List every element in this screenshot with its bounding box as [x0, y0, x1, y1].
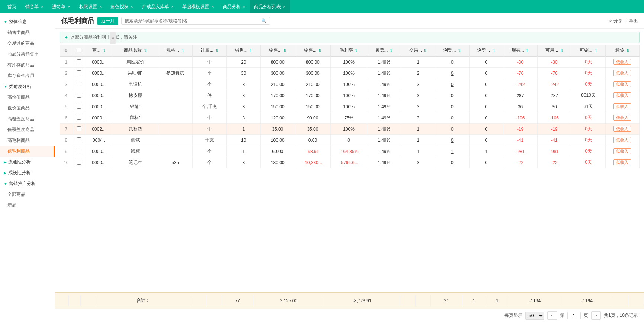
column-gross-margin[interactable]: 毛利率 ⇅	[331, 45, 367, 57]
row-checkbox-cell[interactable]	[73, 57, 85, 68]
sidebar-item-inventory-capital[interactable]: 库存资金占用	[0, 70, 55, 81]
time-filter-button[interactable]: 近一月	[97, 17, 118, 25]
nav-close-icon[interactable]: ×	[283, 4, 285, 9]
row-checkbox[interactable]	[77, 70, 81, 75]
row-browse1[interactable]: 0	[435, 57, 470, 68]
column-spec[interactable]: 规格... ⇅	[158, 45, 193, 57]
row-checkbox[interactable]	[77, 149, 81, 153]
prev-page-button[interactable]: ＜	[547, 311, 557, 320]
sidebar-item-all-products[interactable]: 全部商品	[0, 189, 55, 200]
row-checkbox[interactable]	[77, 59, 81, 64]
sidebar-item-high-margin[interactable]: 高毛利商品	[0, 135, 55, 146]
row-browse1[interactable]: 0	[435, 68, 470, 79]
row-checkbox-cell[interactable]	[73, 90, 85, 101]
sidebar-group-growth[interactable]: ▶ 成长性分析	[0, 168, 55, 178]
next-page-button[interactable]: ＞	[591, 311, 601, 320]
row-checkbox-cell[interactable]	[73, 146, 85, 157]
column-code[interactable]: 商... ⇅	[85, 45, 113, 57]
row-checkbox[interactable]	[77, 115, 81, 120]
nav-close-icon[interactable]: ×	[171, 4, 173, 9]
column-gear[interactable]: ⚙	[60, 45, 73, 57]
sidebar-group-circulation[interactable]: ▶ 流通性分析	[0, 157, 55, 168]
nav-role-auth[interactable]: 角色授权 ×	[106, 0, 137, 13]
nav-close-icon[interactable]: ×	[41, 4, 43, 9]
sidebar-item-high-coverage[interactable]: 高覆盖度商品	[0, 114, 55, 124]
row-browse1[interactable]: 0	[435, 101, 470, 112]
sidebar-group-marketing[interactable]: ▼ 营销推广分析	[0, 178, 55, 189]
nav-close-icon[interactable]: ×	[68, 4, 70, 9]
row-checkbox[interactable]	[77, 104, 81, 109]
row-browse1[interactable]: 0	[435, 135, 470, 146]
nav-product-analysis-list[interactable]: 商品分析列表 ×	[250, 0, 290, 13]
nav-permission[interactable]: 权限设置 ×	[75, 0, 106, 13]
sidebar-item-low-value[interactable]: 低价值商品	[0, 103, 55, 114]
column-coverage[interactable]: 覆盖... ⇅	[367, 45, 401, 57]
nav-sales-order[interactable]: 销货单 ×	[21, 0, 48, 13]
row-browse1[interactable]: 1	[435, 146, 470, 157]
row-checkbox[interactable]	[77, 137, 81, 142]
sidebar-item-high-value[interactable]: 高价值商品	[0, 92, 55, 103]
column-sales-profit[interactable]: 销售... ⇅	[295, 45, 331, 57]
column-current[interactable]: 现有... ⇅	[503, 45, 538, 57]
column-sales-amount[interactable]: 销售... ⇅	[261, 45, 295, 57]
sidebar-item-low-margin[interactable]: 低毛利商品	[0, 146, 55, 157]
sidebar-group-overall[interactable]: ▼ 整体信息	[0, 16, 55, 27]
column-browse2[interactable]: 浏览... ⇅	[469, 45, 503, 57]
share-button[interactable]: ⇗ 分享	[608, 18, 622, 24]
column-sales-qty[interactable]: 销售... ⇅	[227, 45, 261, 57]
row-checkbox[interactable]	[77, 126, 81, 131]
gear-icon[interactable]: ⚙	[64, 48, 68, 53]
select-all-checkbox[interactable]	[77, 48, 81, 52]
sidebar-item-new-products[interactable]: 新品	[0, 200, 55, 211]
column-available[interactable]: 可用... ⇅	[537, 45, 571, 57]
column-trade[interactable]: 交易... ⇅	[401, 45, 435, 57]
column-tag[interactable]: 标签 ⇅	[605, 45, 639, 57]
nav-product-inbound[interactable]: 产成品入库单 ×	[138, 0, 178, 13]
nav-template-setting[interactable]: 单据模板设置 ×	[178, 0, 218, 13]
column-checkbox[interactable]	[73, 45, 85, 57]
row-checkbox-cell[interactable]	[73, 157, 85, 168]
column-browse1[interactable]: 浏览... ⇅	[435, 45, 470, 57]
nav-close-icon[interactable]: ×	[131, 4, 133, 9]
sidebar-collapse-button[interactable]: «	[110, 32, 116, 44]
export-button[interactable]: ↑ 导出	[625, 18, 638, 24]
column-name[interactable]: 商品名称 ⇅	[113, 45, 158, 57]
nav-product-analysis[interactable]: 商品分析 ×	[218, 0, 250, 13]
row-browse1[interactable]: 0	[435, 124, 470, 135]
row-checkbox[interactable]	[77, 82, 81, 86]
row-browse1[interactable]: 0	[435, 90, 470, 101]
sidebar-item-low-coverage[interactable]: 低覆盖度商品	[0, 124, 55, 135]
search-icon[interactable]: 🔍	[261, 18, 267, 23]
row-browse1[interactable]: 0	[435, 112, 470, 124]
row-checkbox-cell[interactable]	[73, 101, 85, 112]
row-checkbox-cell[interactable]	[73, 124, 85, 135]
sidebar-item-category-sales-rate[interactable]: 商品分类销售率	[0, 49, 55, 60]
nav-home[interactable]: 首页	[3, 0, 21, 13]
nav-purchase-order[interactable]: 进货单 ×	[48, 0, 74, 13]
row-tag: 低收入	[605, 124, 639, 135]
row-browse1[interactable]: 0	[435, 157, 470, 168]
row-browse1[interactable]: 0	[435, 79, 470, 90]
nav-close-icon[interactable]: ×	[243, 4, 245, 9]
sidebar-item-sales-products[interactable]: 销售类商品	[0, 27, 55, 38]
row-checkbox[interactable]	[77, 93, 81, 98]
sidebar-item-stocked-products[interactable]: 有库存的商品	[0, 60, 55, 70]
per-page-select[interactable]: 50 20 100	[525, 312, 544, 320]
column-unit[interactable]: 计量... ⇅	[192, 45, 227, 57]
row-checkbox-cell[interactable]	[73, 68, 85, 79]
nav-close-icon[interactable]: ×	[211, 4, 214, 9]
row-unit: 件	[192, 90, 227, 101]
sidebar-group-category[interactable]: ▼ 类射度分析	[0, 81, 55, 92]
row-sales-qty: 30	[227, 68, 261, 79]
row-checkbox[interactable]	[77, 160, 81, 165]
row-trade: 3	[401, 90, 435, 101]
row-checkbox-cell[interactable]	[73, 112, 85, 124]
row-name: 铅笔1	[113, 101, 158, 112]
nav-close-icon[interactable]: ×	[99, 4, 102, 9]
row-checkbox-cell[interactable]	[73, 79, 85, 90]
search-input[interactable]	[125, 18, 260, 23]
sidebar-item-traded-products[interactable]: 交易过的商品	[0, 38, 55, 49]
page-number-input[interactable]	[567, 312, 581, 319]
column-sellable[interactable]: 可销... ⇅	[571, 45, 606, 57]
row-checkbox-cell[interactable]	[73, 135, 85, 146]
